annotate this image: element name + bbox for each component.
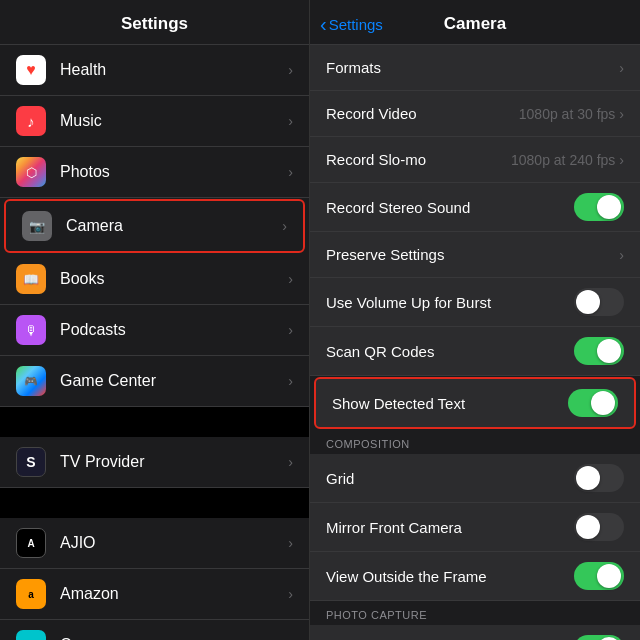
stereo-label: Record Stereo Sound — [326, 199, 470, 216]
right-item-grid[interactable]: Grid — [310, 454, 640, 503]
books-label: Books — [60, 270, 288, 288]
section-separator-1 — [0, 407, 309, 437]
gamecenter-icon: 🎮 — [24, 375, 38, 388]
photo-capture-section-label: PHOTO CAPTURE — [310, 601, 640, 625]
canva-icon-wrap: C — [16, 630, 46, 640]
composition-section-label: COMPOSITION — [310, 430, 640, 454]
amazon-icon-wrap: a — [16, 579, 46, 609]
sidebar-item-photos[interactable]: ⬡ Photos › — [0, 147, 309, 198]
sidebar-item-gamecenter[interactable]: 🎮 Game Center › — [0, 356, 309, 407]
scene-detection-toggle[interactable] — [574, 635, 624, 640]
sidebar-item-camera[interactable]: 📷 Camera › — [4, 199, 305, 253]
tvprovider-icon-wrap: S — [16, 447, 46, 477]
left-panel: Settings ♥ Health › ♪ Music › ⬡ Photos › — [0, 0, 310, 640]
sidebar-item-amazon[interactable]: a Amazon › — [0, 569, 309, 620]
right-item-scene-detection[interactable]: Scene Detection — [310, 625, 640, 640]
camera-icon-wrap: 📷 — [22, 211, 52, 241]
settings-list: ♥ Health › ♪ Music › ⬡ Photos › 📷 Camer — [0, 45, 309, 640]
record-video-chevron: › — [619, 106, 624, 122]
scan-qr-label: Scan QR Codes — [326, 343, 434, 360]
grid-toggle[interactable] — [574, 464, 624, 492]
tvprovider-icon: S — [26, 454, 35, 470]
sidebar-item-podcasts[interactable]: 🎙 Podcasts › — [0, 305, 309, 356]
record-video-value: 1080p at 30 fps › — [519, 106, 624, 122]
health-chevron: › — [288, 62, 293, 78]
back-label: Settings — [329, 16, 383, 33]
podcasts-chevron: › — [288, 322, 293, 338]
music-chevron: › — [288, 113, 293, 129]
ajio-label: AJIO — [60, 534, 288, 552]
section-separator-2 — [0, 488, 309, 518]
preserve-chevron: › — [619, 247, 624, 263]
right-item-record-video[interactable]: Record Video 1080p at 30 fps › — [310, 91, 640, 137]
sidebar-item-music[interactable]: ♪ Music › — [0, 96, 309, 147]
ajio-chevron: › — [288, 535, 293, 551]
sidebar-item-canva[interactable]: C Canva › — [0, 620, 309, 640]
formats-label: Formats — [326, 59, 381, 76]
left-header: Settings — [0, 0, 309, 45]
podcasts-icon-wrap: 🎙 — [16, 315, 46, 345]
grid-label: Grid — [326, 470, 354, 487]
right-item-view-outside[interactable]: View Outside the Frame — [310, 552, 640, 601]
right-settings-list: Formats › Record Video 1080p at 30 fps ›… — [310, 45, 640, 640]
amazon-icon: a — [28, 589, 34, 600]
right-item-scan-qr[interactable]: Scan QR Codes — [310, 327, 640, 376]
right-item-stereo[interactable]: Record Stereo Sound — [310, 183, 640, 232]
preserve-label: Preserve Settings — [326, 246, 444, 263]
camera-label: Camera — [66, 217, 282, 235]
right-panel: ‹ Settings Camera Formats › Record Video… — [310, 0, 640, 640]
mirror-front-toggle[interactable] — [574, 513, 624, 541]
tvprovider-label: TV Provider — [60, 453, 288, 471]
volume-burst-toggle[interactable] — [574, 288, 624, 316]
camera-settings-title: Camera — [444, 14, 506, 34]
ajio-icon: A — [27, 538, 34, 549]
record-slomo-label: Record Slo-mo — [326, 151, 426, 168]
record-video-label: Record Video — [326, 105, 417, 122]
music-icon: ♪ — [27, 113, 35, 130]
books-icon-wrap: 📖 — [16, 264, 46, 294]
record-slomo-text: 1080p at 240 fps — [511, 152, 615, 168]
sidebar-item-tvprovider[interactable]: S TV Provider › — [0, 437, 309, 488]
sidebar-item-books[interactable]: 📖 Books › — [0, 254, 309, 305]
canva-label: Canva — [60, 636, 288, 640]
right-item-preserve[interactable]: Preserve Settings › — [310, 232, 640, 278]
show-detected-text-toggle[interactable] — [568, 389, 618, 417]
formats-chevron: › — [619, 60, 624, 76]
sidebar-item-ajio[interactable]: A AJIO › — [0, 518, 309, 569]
back-button[interactable]: ‹ Settings — [320, 13, 383, 36]
mirror-front-label: Mirror Front Camera — [326, 519, 462, 536]
podcasts-label: Podcasts — [60, 321, 288, 339]
preserve-value: › — [619, 247, 624, 263]
record-slomo-chevron: › — [619, 152, 624, 168]
gamecenter-icon-wrap: 🎮 — [16, 366, 46, 396]
show-detected-text-label: Show Detected Text — [332, 395, 465, 412]
photos-icon-wrap: ⬡ — [16, 157, 46, 187]
view-outside-toggle[interactable] — [574, 562, 624, 590]
amazon-chevron: › — [288, 586, 293, 602]
view-outside-label: View Outside the Frame — [326, 568, 487, 585]
formats-value: › — [619, 60, 624, 76]
sidebar-item-health[interactable]: ♥ Health › — [0, 45, 309, 96]
right-item-volume-burst[interactable]: Use Volume Up for Burst — [310, 278, 640, 327]
books-icon: 📖 — [23, 272, 39, 287]
right-item-record-slomo[interactable]: Record Slo-mo 1080p at 240 fps › — [310, 137, 640, 183]
ajio-icon-wrap: A — [16, 528, 46, 558]
stereo-toggle[interactable] — [574, 193, 624, 221]
photos-icon: ⬡ — [26, 165, 37, 180]
back-chevron-icon: ‹ — [320, 13, 327, 36]
scan-qr-toggle[interactable] — [574, 337, 624, 365]
right-item-mirror-front[interactable]: Mirror Front Camera — [310, 503, 640, 552]
gamecenter-chevron: › — [288, 373, 293, 389]
health-icon: ♥ — [26, 61, 36, 79]
photos-label: Photos — [60, 163, 288, 181]
camera-chevron: › — [282, 218, 287, 234]
right-item-formats[interactable]: Formats › — [310, 45, 640, 91]
health-label: Health — [60, 61, 288, 79]
books-chevron: › — [288, 271, 293, 287]
tvprovider-chevron: › — [288, 454, 293, 470]
music-icon-wrap: ♪ — [16, 106, 46, 136]
podcasts-icon: 🎙 — [25, 323, 38, 338]
photos-chevron: › — [288, 164, 293, 180]
right-item-show-detected-text[interactable]: Show Detected Text — [314, 377, 636, 429]
record-slomo-value: 1080p at 240 fps › — [511, 152, 624, 168]
